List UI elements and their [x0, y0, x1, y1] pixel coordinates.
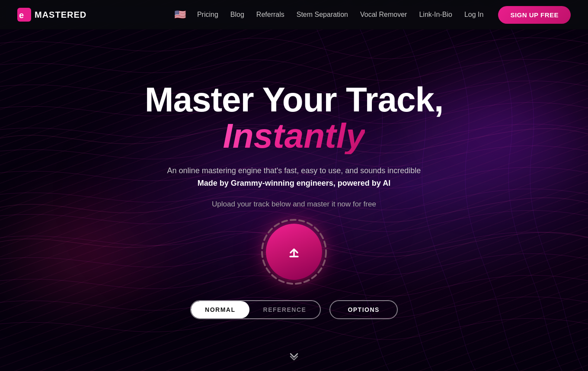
svg-text:e: e	[19, 10, 24, 20]
hero-content: Master Your Track, Instantly An online m…	[145, 82, 443, 319]
upload-button[interactable]	[266, 224, 322, 280]
mode-toggle-group: NORMAL REFERENCE	[190, 300, 321, 319]
nav-link-pricing[interactable]: Pricing	[193, 8, 223, 21]
signup-button[interactable]: SIGN UP FREE	[498, 6, 571, 24]
toggle-normal-button[interactable]: NORMAL	[191, 301, 249, 318]
nav-link-login[interactable]: Log In	[460, 8, 488, 21]
flag-icon[interactable]: 🇺🇸	[174, 9, 186, 20]
upload-button-wrap	[259, 217, 329, 286]
chevron-down-icon	[289, 352, 299, 361]
nav-link-referrals[interactable]: Referrals	[252, 8, 289, 21]
nav-link-link-in-bio[interactable]: Link-In-Bio	[415, 8, 456, 21]
nav-link-stem-separation[interactable]: Stem Separation	[292, 8, 352, 21]
logo-icon: e	[17, 8, 31, 22]
upload-arrow-icon	[286, 244, 302, 260]
scroll-indicator[interactable]	[289, 352, 299, 361]
hero-subtitle: An online mastering engine that's fast, …	[167, 166, 421, 175]
hero-title-line1: Master Your Track,	[145, 82, 443, 118]
options-button[interactable]: OPTIONS	[329, 300, 398, 319]
navbar: e MASTERED 🇺🇸 Pricing Blog Referrals Ste…	[0, 0, 588, 29]
hero-title-line2: Instantly	[223, 118, 365, 154]
nav-link-vocal-remover[interactable]: Vocal Remover	[356, 8, 412, 21]
hero-section: Master Your Track, Instantly An online m…	[0, 0, 588, 371]
toggle-row: NORMAL REFERENCE OPTIONS	[190, 300, 398, 319]
nav-links: 🇺🇸 Pricing Blog Referrals Stem Separatio…	[174, 6, 571, 24]
hero-subtitle-bold: Made by Grammy-winning engineers, powere…	[198, 179, 390, 188]
upload-label: Upload your track below and master it no…	[212, 200, 376, 209]
toggle-reference-button[interactable]: REFERENCE	[249, 301, 320, 318]
nav-link-blog[interactable]: Blog	[226, 8, 249, 21]
logo-text: MASTERED	[35, 10, 86, 20]
logo[interactable]: e MASTERED	[17, 8, 86, 22]
